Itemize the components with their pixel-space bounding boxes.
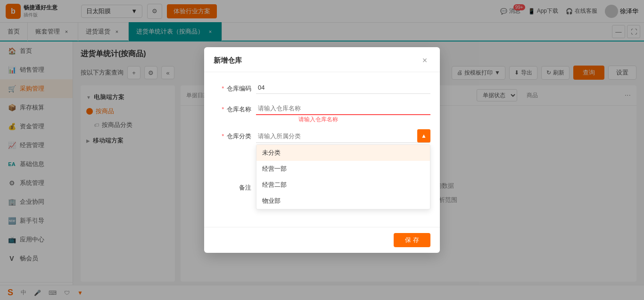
name-required-mark: * — [222, 106, 224, 113]
dropdown-item-dept3[interactable]: 物业部 — [256, 193, 430, 209]
name-input-wrapper: 请输入仓库名称 — [256, 102, 430, 115]
modal-title: 新增仓库 — [214, 56, 242, 65]
category-row: * 仓库分类 ▲ 未分类 经营一部 经营二部 物业部 — [214, 129, 430, 143]
category-wrapper: ▲ 未分类 经营一部 经营二部 物业部 — [256, 129, 430, 143]
dropdown-item-dept1[interactable]: 经营一部 — [256, 161, 430, 177]
remark-label: 备注 — [214, 181, 256, 192]
modal-close-button[interactable]: × — [419, 55, 430, 66]
code-required-mark: * — [222, 85, 224, 92]
modal-header: 新增仓库 × — [204, 47, 440, 72]
name-label: * 仓库名称 — [214, 102, 256, 114]
dropdown-item-uncategorized[interactable]: 未分类 — [256, 145, 430, 161]
add-warehouse-modal: 新增仓库 × * 仓库编码 * 仓库名称 请输入仓库名称 — [204, 47, 440, 253]
dropdown-item-dept2[interactable]: 经营二部 — [256, 177, 430, 193]
name-row: * 仓库名称 请输入仓库名称 — [214, 102, 430, 115]
name-error-message: 请输入仓库名称 — [298, 116, 338, 124]
category-label-text: 仓库分类 — [227, 133, 251, 140]
category-toggle-button[interactable]: ▲ — [417, 129, 430, 142]
category-dropdown: 未分类 经营一部 经营二部 物业部 — [256, 144, 430, 209]
name-input[interactable] — [256, 102, 430, 115]
modal-overlay: 新增仓库 × * 仓库编码 * 仓库名称 请输入仓库名称 — [0, 0, 644, 300]
code-label-text: 仓库编码 — [227, 85, 251, 92]
name-label-text: 仓库名称 — [227, 106, 251, 113]
code-row: * 仓库编码 — [214, 82, 430, 94]
code-input[interactable] — [256, 82, 430, 94]
category-input-row: ▲ — [256, 129, 430, 143]
code-label: * 仓库编码 — [214, 82, 256, 93]
modal-footer: 保 存 — [204, 227, 440, 253]
category-required-mark: * — [222, 133, 224, 140]
save-button[interactable]: 保 存 — [394, 233, 430, 247]
modal-body: * 仓库编码 * 仓库名称 请输入仓库名称 * — [204, 72, 440, 227]
category-label: * 仓库分类 — [214, 129, 256, 141]
category-input[interactable] — [256, 130, 417, 142]
